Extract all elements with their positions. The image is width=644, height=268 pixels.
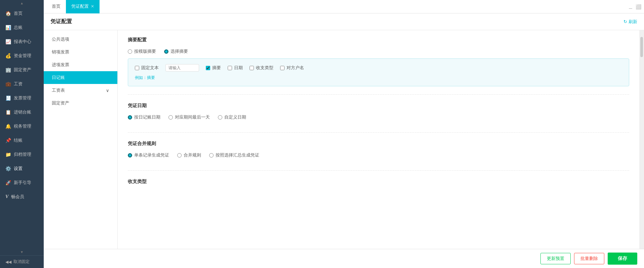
page-title: 凭证配置 <box>50 18 72 25</box>
radio-custom-date[interactable]: 自定义日期 <box>218 114 246 120</box>
counterpart-checkbox-input[interactable] <box>280 66 285 70</box>
left-nav-fixed-assets[interactable]: 固定资产 <box>44 97 117 109</box>
sales-icon: 📋 <box>5 109 11 115</box>
sidebar-scroll-up[interactable]: ▲ <box>0 0 44 6</box>
tax-icon: 🔔 <box>5 124 11 129</box>
invoice-icon: 🧾 <box>5 95 11 101</box>
radio-merge-rule[interactable]: 合并规则 <box>177 152 201 158</box>
journal-date-radio-input[interactable] <box>128 115 132 120</box>
merge-rule-section: 凭证合并规则 单条记录生成凭证 合并规则 按照选择汇总生成凭证 <box>128 141 629 171</box>
assets-icon: 🏢 <box>5 67 11 73</box>
tab-home[interactable]: 首页 <box>46 0 66 13</box>
period-last-day-radio-input[interactable] <box>168 115 173 120</box>
window-minimize-icon[interactable]: ＿ <box>628 4 633 10</box>
window-maximize-icon[interactable]: ⬜ <box>636 4 641 9</box>
radio-template-summary[interactable]: 按模版摘要 <box>128 48 156 54</box>
voucher-date-title: 凭证日期 <box>128 103 629 109</box>
sidebar-item-funds[interactable]: 💰 资金管理 <box>0 49 44 63</box>
checkbox-fixed-text[interactable]: 固定文本 <box>135 65 159 71</box>
chevron-down-icon: ∨ <box>106 88 109 93</box>
unpin-button[interactable]: ◀◀ 取消固定 <box>0 255 44 268</box>
content-layout: 公共选项 销项发票 进项发票 日记账 工资表 ∨ 固定资产 <box>44 30 644 249</box>
sidebar-item-archive[interactable]: 📁 归档管理 <box>0 147 44 162</box>
radio-select-summary[interactable]: 选择摘要 <box>164 48 188 54</box>
sidebar-scroll-down[interactable]: ▼ <box>0 249 44 255</box>
settings-icon: ⚙️ <box>5 166 11 171</box>
update-preview-button[interactable]: 更新预置 <box>540 253 571 264</box>
summary-radio-row: 按模版摘要 选择摘要 <box>128 48 629 54</box>
refresh-button[interactable]: ↻ 刷新 <box>623 19 637 25</box>
home-icon: 🏠 <box>5 11 11 16</box>
radio-select-input[interactable] <box>164 49 168 54</box>
income-type-checkbox-input[interactable] <box>250 66 254 70</box>
date-checkbox-input[interactable] <box>228 66 232 70</box>
settlement-icon: 📌 <box>5 138 11 143</box>
sidebar-item-ledger[interactable]: 📊 总账 <box>0 20 44 35</box>
refresh-icon: ↻ <box>623 19 627 24</box>
summary-checkbox-input[interactable] <box>206 66 210 70</box>
left-nav-journal[interactable]: 日记账 <box>44 71 117 84</box>
sidebar-item-invoice[interactable]: 🧾 发票管理 <box>0 91 44 105</box>
sidebar-item-assets[interactable]: 🏢 固定资产 <box>0 63 44 77</box>
scrollbar-thumb[interactable] <box>640 37 643 57</box>
voucher-date-radio-row: 按日记账日期 对应期间最后一天 自定义日期 <box>128 114 629 120</box>
summary-config-section: 摘要配置 按模版摘要 选择摘要 <box>128 37 629 95</box>
sidebar-item-home[interactable]: 🏠 首页 <box>0 6 44 20</box>
radio-journal-date[interactable]: 按日记账日期 <box>128 114 160 120</box>
left-nav-sales-invoice[interactable]: 销项发票 <box>44 46 117 58</box>
sidebar-item-reports[interactable]: 📈 报表中心 <box>0 35 44 49</box>
single-record-radio-input[interactable] <box>128 153 132 158</box>
summary-checkbox-row: 固定文本 摘要 日期 <box>135 64 622 72</box>
tab-voucher[interactable]: 凭证配置 ✕ <box>66 0 100 13</box>
ledger-icon: 📊 <box>5 25 11 30</box>
left-nav-public[interactable]: 公共选项 <box>44 33 117 46</box>
radio-single-record[interactable]: 单条记录生成凭证 <box>128 152 169 158</box>
checkbox-date[interactable]: 日期 <box>228 65 243 71</box>
member-icon: V <box>5 194 8 199</box>
archive-icon: 📁 <box>5 152 11 157</box>
checkbox-income-type[interactable]: 收支类型 <box>250 65 273 71</box>
main-area: 首页 凭证配置 ✕ ＿ ⬜ 凭证配置 ↻ 刷新 公共选项 <box>44 0 644 268</box>
merge-rule-radio-input[interactable] <box>177 153 182 158</box>
sidebar-item-guide[interactable]: 🚀 新手引导 <box>0 176 44 190</box>
sidebar-item-settlement[interactable]: 📌 结账 <box>0 133 44 147</box>
sidebar-item-payroll[interactable]: 💼 工资 <box>0 77 44 91</box>
left-nav: 公共选项 销项发票 进项发票 日记账 工资表 ∨ 固定资产 <box>44 30 118 249</box>
save-button[interactable]: 保存 <box>608 253 637 265</box>
left-nav-purchase-invoice[interactable]: 进项发票 <box>44 58 117 71</box>
summary-hint: 例如：摘要 <box>135 75 622 81</box>
sidebar-item-member[interactable]: V 畅会员 <box>0 190 44 204</box>
radio-period-last-day[interactable]: 对应期间最后一天 <box>168 114 210 120</box>
fixed-text-checkbox-input[interactable] <box>135 66 139 70</box>
merge-rule-radio-row: 单条记录生成凭证 合并规则 按照选择汇总生成凭证 <box>128 152 629 158</box>
bottom-bar: 更新预置 批量删除 保存 <box>44 249 644 268</box>
fixed-text-input[interactable] <box>165 64 199 72</box>
sidebar: ▲ 🏠 首页 📊 总账 📈 报表中心 💰 资金管理 🏢 固定资产 💼 工资 🧾 … <box>0 0 44 268</box>
sidebar-item-settings[interactable]: ⚙️ 设置 <box>0 162 44 176</box>
checkbox-counterpart[interactable]: 对方户名 <box>280 65 304 71</box>
right-content: 摘要配置 按模版摘要 选择摘要 <box>118 30 639 249</box>
left-nav-payroll-table[interactable]: 工资表 ∨ <box>44 84 117 97</box>
select-aggregate-radio-input[interactable] <box>209 153 214 158</box>
page-header: 凭证配置 ↻ 刷新 <box>44 13 644 30</box>
income-type-title: 收支类型 <box>128 179 629 185</box>
tab-close-icon[interactable]: ✕ <box>91 4 94 9</box>
summary-options-box: 固定文本 摘要 日期 <box>128 58 629 86</box>
tab-bar-actions: ＿ ⬜ <box>628 4 641 10</box>
funds-icon: 💰 <box>5 53 11 58</box>
merge-rule-title: 凭证合并规则 <box>128 141 629 147</box>
custom-date-radio-input[interactable] <box>218 115 222 120</box>
sidebar-item-tax[interactable]: 🔔 税务管理 <box>0 119 44 133</box>
batch-delete-button[interactable]: 批量删除 <box>574 253 604 264</box>
checkbox-summary[interactable]: 摘要 <box>206 65 221 71</box>
guide-icon: 🚀 <box>5 180 11 185</box>
income-type-section: 收支类型 <box>128 179 629 198</box>
scrollbar-track[interactable] <box>639 30 644 249</box>
voucher-date-section: 凭证日期 按日记账日期 对应期间最后一天 自定义日期 <box>128 103 629 133</box>
sidebar-nav: 🏠 首页 📊 总账 📈 报表中心 💰 资金管理 🏢 固定资产 💼 工资 🧾 发票… <box>0 6 44 249</box>
radio-template-input[interactable] <box>128 49 132 54</box>
summary-config-title: 摘要配置 <box>128 37 629 43</box>
radio-select-aggregate[interactable]: 按照选择汇总生成凭证 <box>209 152 259 158</box>
sidebar-item-sales[interactable]: 📋 进销台账 <box>0 105 44 119</box>
pin-icon: ◀◀ <box>5 260 11 264</box>
